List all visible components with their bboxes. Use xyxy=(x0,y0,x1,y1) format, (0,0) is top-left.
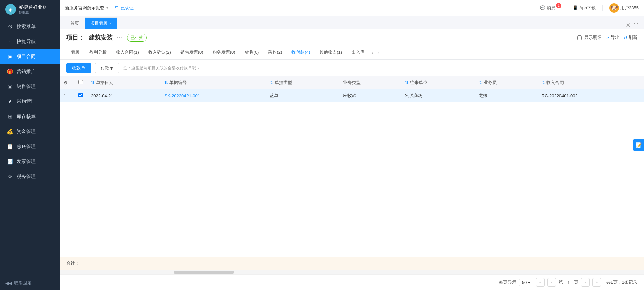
first-page-button[interactable]: « xyxy=(536,278,545,287)
page-suffix: 页 xyxy=(574,279,578,285)
sub-tab-purchase[interactable]: 采购(2) xyxy=(263,46,287,59)
unpin-icon: ◀◀ xyxy=(5,281,12,286)
sort-icon3: ⇅ xyxy=(270,80,273,85)
sub-tabs: 看板 盈利分析 收入合同(1) 收入确认(2) 销售发票(0) 税务发票(0) … xyxy=(60,46,644,60)
next-page-button[interactable]: › xyxy=(581,278,590,287)
close-window-button[interactable]: ✕ xyxy=(626,22,631,29)
prev-icon: ‹ xyxy=(551,280,552,285)
tab-home[interactable]: 首页 xyxy=(65,18,85,29)
row-index: 1 xyxy=(60,89,74,102)
sub-tab-inout[interactable]: 出入库 xyxy=(347,46,369,59)
sub-tab-income-contract[interactable]: 收入合同(1) xyxy=(111,46,144,59)
export-button[interactable]: ↗ 导出 xyxy=(606,34,620,41)
project-selector[interactable]: 新服务官网演示账套 ▾ xyxy=(65,5,108,11)
sales-icon: ◎ xyxy=(7,83,13,90)
table-header-row: ⚙ ⇅ 单据日期 ⇅ 单据编号 xyxy=(60,76,644,89)
gift-icon: 🎁 xyxy=(7,68,13,75)
sidebar-item-purchase[interactable]: 🛍 采购管理 xyxy=(0,94,60,109)
message-button[interactable]: 💬 消息 1 xyxy=(540,5,559,11)
edit-icon: 📝 xyxy=(635,142,642,148)
ledger-icon: 📋 xyxy=(7,143,13,150)
divider xyxy=(566,5,566,11)
fab-action-button[interactable]: 📝 xyxy=(633,139,644,151)
summary-label: 合计： xyxy=(66,261,79,266)
summary-row: 合计： xyxy=(60,257,644,270)
home-icon: ⌂ xyxy=(7,39,13,45)
horizontal-scrollbar[interactable] xyxy=(60,270,644,274)
fullscreen-button[interactable]: ⛶ xyxy=(633,23,639,29)
sub-tab-sales-invoice[interactable]: 销售发票(0) xyxy=(176,46,208,59)
refresh-icon: ↺ xyxy=(624,35,627,40)
chevron-down-icon: ▾ xyxy=(528,280,530,285)
search-icon: ⊙ xyxy=(7,23,13,30)
data-table: ⚙ ⇅ 单据日期 ⇅ 单据编号 xyxy=(60,76,644,102)
user-menu[interactable]: 🐶 用户3355 xyxy=(609,3,639,13)
contract-icon: ▣ xyxy=(7,53,13,60)
prev-page-button[interactable]: ‹ xyxy=(547,278,556,287)
first-icon: « xyxy=(539,280,542,285)
total-label: 共1页，1条记录 xyxy=(606,279,637,285)
row-checkbox[interactable] xyxy=(78,93,83,97)
message-badge: 1 xyxy=(556,3,561,8)
sort-icon5: ⇅ xyxy=(479,80,482,85)
date-column-header[interactable]: ⇅ 单据日期 xyxy=(87,76,160,89)
sidebar-item-quicknav[interactable]: ⌂ 快捷导航 xyxy=(0,34,60,49)
tab-project-board[interactable]: 项目看板 × xyxy=(85,17,117,29)
salesperson-column-header[interactable]: ⇅ 业务员 xyxy=(475,76,538,89)
row-checkbox-cell[interactable] xyxy=(74,89,87,102)
sidebar-item-search[interactable]: ⊙ 搜索菜单 xyxy=(0,19,60,34)
mobile-icon: 📱 xyxy=(573,5,578,10)
refresh-button[interactable]: ↺ 刷新 xyxy=(624,34,637,41)
sidebar-item-tax[interactable]: ⚙ 税务管理 xyxy=(0,169,60,184)
select-all-checkbox[interactable] xyxy=(78,80,83,84)
table-container: ⚙ ⇅ 单据日期 ⇅ 单据编号 xyxy=(60,76,644,257)
row-number[interactable]: SK-20220421-001 xyxy=(160,89,266,102)
receive-toggle[interactable]: 收款单 xyxy=(66,63,91,73)
sidebar-item-finance[interactable]: 💰 资金管理 xyxy=(0,124,60,139)
per-page-label: 每页显示 xyxy=(499,279,516,285)
number-column-header[interactable]: ⇅ 单据编号 xyxy=(160,76,266,89)
income-contract-column-header[interactable]: ⇅ 收入合同 xyxy=(538,76,644,89)
settings-column-header[interactable]: ⚙ xyxy=(60,76,74,89)
main-area: 新服务官网演示账套 ▾ 🛡 已认证 💬 消息 1 📱 App下载 🐶 用户335… xyxy=(60,0,644,290)
purchase-icon: 🛍 xyxy=(7,98,13,104)
per-page-select[interactable]: 50 ▾ xyxy=(519,279,533,286)
sub-tab-payment[interactable]: 收付款(4) xyxy=(287,46,315,59)
tabbar: 首页 项目看板 × ✕ ⛶ xyxy=(60,16,644,29)
sub-tabs-next-arrow[interactable]: › xyxy=(375,50,381,56)
verified-badge: 🛡 已认证 xyxy=(115,5,134,11)
partner-column-header[interactable]: ⇅ 往来单位 xyxy=(401,76,474,89)
show-detail-input[interactable] xyxy=(577,35,582,40)
sidebar-item-marketing[interactable]: 🎁 营销推广 xyxy=(0,64,60,79)
show-detail-checkbox[interactable]: 显示明细 xyxy=(577,34,602,41)
row-type: 蓝单 xyxy=(266,89,339,102)
sub-tab-kanban[interactable]: 看板 xyxy=(66,46,85,59)
row-date: 2022-04-21 xyxy=(87,89,160,102)
chevron-down-icon: ▾ xyxy=(106,6,108,10)
sidebar-item-inventory[interactable]: ⊞ 库存核算 xyxy=(0,109,60,124)
project-name: 新服务官网演示账套 xyxy=(65,5,104,11)
sub-tab-other-expense[interactable]: 其他收支(1) xyxy=(315,46,347,59)
sub-tab-income-confirm[interactable]: 收入确认(2) xyxy=(144,46,176,59)
pay-toggle[interactable]: 付款单 xyxy=(95,63,119,73)
last-page-button[interactable]: » xyxy=(592,278,601,287)
sub-tab-profit[interactable]: 盈利分析 xyxy=(85,46,111,59)
sub-tab-tax-invoice[interactable]: 税务发票(0) xyxy=(208,46,240,59)
sidebar-unpin-button[interactable]: ◀◀ 取消固定 xyxy=(0,276,60,290)
checkbox-column-header xyxy=(74,76,87,89)
app-download-button[interactable]: 📱 App下载 xyxy=(573,5,596,11)
sidebar-logo: ◈ 畅捷通好业财 标准版 xyxy=(0,0,60,19)
message-icon: 💬 xyxy=(540,5,545,10)
sidebar-item-ledger[interactable]: 📋 总账管理 xyxy=(0,139,60,154)
pagination: 每页显示 50 ▾ « ‹ 第 1 页 › » 共1页，1条记录 xyxy=(60,274,644,290)
tab-close-icon[interactable]: × xyxy=(110,21,112,25)
scrollbar-thumb[interactable] xyxy=(174,271,234,274)
sub-tabs-prev-arrow[interactable]: ‹ xyxy=(369,50,375,56)
gear-icon[interactable]: ⚙ xyxy=(64,80,68,85)
more-options-icon[interactable]: ··· xyxy=(117,34,123,41)
sub-tab-sales[interactable]: 销售(0) xyxy=(240,46,264,59)
sidebar-item-sales[interactable]: ◎ 销售管理 xyxy=(0,79,60,94)
sidebar-item-invoice[interactable]: 🧾 发票管理 xyxy=(0,154,60,169)
type-column-header[interactable]: ⇅ 单据类型 xyxy=(266,76,339,89)
sidebar-item-contract[interactable]: ▣ 项目合同 xyxy=(0,49,60,64)
